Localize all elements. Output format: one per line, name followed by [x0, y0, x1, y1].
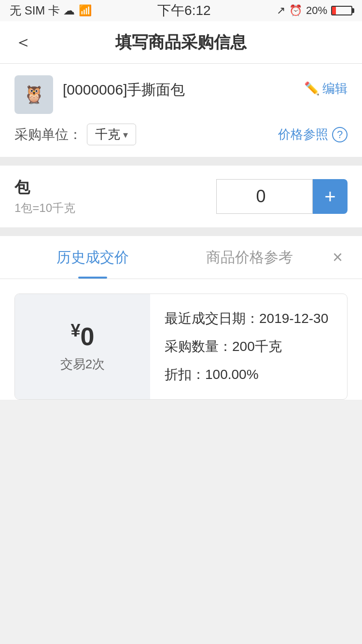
product-name: [0000006]手撕面包	[63, 80, 185, 100]
product-header: 🦉 [0000006]手撕面包 ✏️ 编辑	[14, 75, 348, 114]
unit-prefix-label: 采购单位：	[14, 126, 82, 144]
status-bar: 无 SIM 卡 ☁ 📶 下午6:12 ↗ ⏰ 20%	[0, 0, 362, 21]
recent-date-value: 2019-12-30	[259, 311, 328, 326]
quantity-plus-button[interactable]: +	[313, 179, 348, 214]
edit-button[interactable]: ✏️ 编辑	[304, 80, 348, 97]
purchase-qty-item: 采购数量：200千克	[165, 336, 333, 357]
price-left-col: ¥0 交易2次	[15, 294, 150, 399]
price-card: ¥0 交易2次 最近成交日期：2019-12-30 采购数量：200千克 折扣：…	[14, 294, 348, 400]
help-circle-icon: ?	[332, 127, 348, 142]
recent-date-item: 最近成交日期：2019-12-30	[165, 308, 333, 329]
recent-date-label: 最近成交日期：	[165, 311, 259, 326]
qty-unit-label: 包	[14, 177, 75, 198]
unit-value: 千克	[95, 126, 120, 143]
qty-input-group: +	[216, 179, 348, 214]
tab-history-label: 历史成交价	[56, 248, 129, 267]
discount-label: 折扣：	[165, 367, 205, 382]
tab-history-price[interactable]: 历史成交价	[14, 236, 171, 279]
price-value: 0	[81, 322, 95, 350]
discount-item: 折扣：100.00%	[165, 364, 333, 385]
tab-row: 历史成交价 商品价格参考 ×	[0, 236, 362, 279]
quantity-row: 包 1包=10千克 +	[0, 166, 362, 227]
nav-bar: ＜ 填写商品采购信息	[0, 21, 362, 64]
purchase-qty-label: 采购数量：	[165, 339, 232, 354]
price-right-col: 最近成交日期：2019-12-30 采购数量：200千克 折扣：100.00%	[150, 294, 347, 399]
tab-product-price-ref[interactable]: 商品价格参考	[171, 236, 327, 279]
price-ref-label: 价格参照	[278, 126, 328, 143]
bottom-panel: 历史成交价 商品价格参考 × ¥0 交易2次 最近成交日期：2019-12-30…	[0, 236, 362, 400]
currency-symbol: ¥	[71, 321, 81, 340]
purchase-qty-value: 200千克	[232, 339, 282, 354]
tab-product-price-label: 商品价格参考	[206, 248, 293, 267]
product-section: 🦉 [0000006]手撕面包 ✏️ 编辑 采购单位： 千克 ▾ 价格参照 ?	[0, 64, 362, 157]
unit-select[interactable]: 千克 ▾	[87, 124, 136, 145]
section-divider-2	[0, 227, 362, 236]
product-logo-icon: 🦉	[23, 84, 45, 105]
qty-label: 包 1包=10千克	[14, 177, 75, 216]
edit-icon: ✏️	[304, 81, 320, 96]
back-button[interactable]: ＜	[14, 30, 32, 54]
edit-label: 编辑	[322, 80, 348, 97]
battery-fill	[332, 7, 336, 14]
section-divider	[0, 157, 362, 166]
page-title: 填写商品采购信息	[115, 31, 247, 54]
battery-pct: 20%	[306, 4, 327, 17]
product-unit-row: 采购单位： 千克 ▾ 价格参照 ?	[14, 124, 348, 145]
qty-conversion-label: 1包=10千克	[14, 200, 75, 216]
chevron-down-icon: ▾	[123, 129, 128, 140]
alarm-icon: ⏰	[289, 4, 302, 17]
status-right: ↗ ⏰ 20%	[277, 4, 352, 17]
product-left: 🦉 [0000006]手撕面包	[14, 75, 185, 114]
quantity-input[interactable]	[216, 179, 313, 214]
price-transactions: 交易2次	[60, 356, 105, 373]
product-thumbnail: 🦉	[14, 75, 53, 114]
status-time: 下午6:12	[157, 1, 211, 20]
price-amount: ¥0	[71, 321, 95, 351]
unit-left: 采购单位： 千克 ▾	[14, 124, 136, 145]
tab-underline	[78, 277, 107, 279]
location-icon: ↗	[277, 4, 285, 17]
wifi-icon: 📶	[79, 4, 92, 17]
close-button[interactable]: ×	[328, 247, 348, 267]
battery-icon	[331, 6, 352, 15]
status-left: 无 SIM 卡 ☁ 📶	[10, 3, 92, 18]
price-ref-button[interactable]: 价格参照 ?	[278, 126, 348, 143]
sim-label: 无 SIM 卡 ☁	[10, 3, 75, 18]
discount-value: 100.00%	[205, 367, 259, 382]
